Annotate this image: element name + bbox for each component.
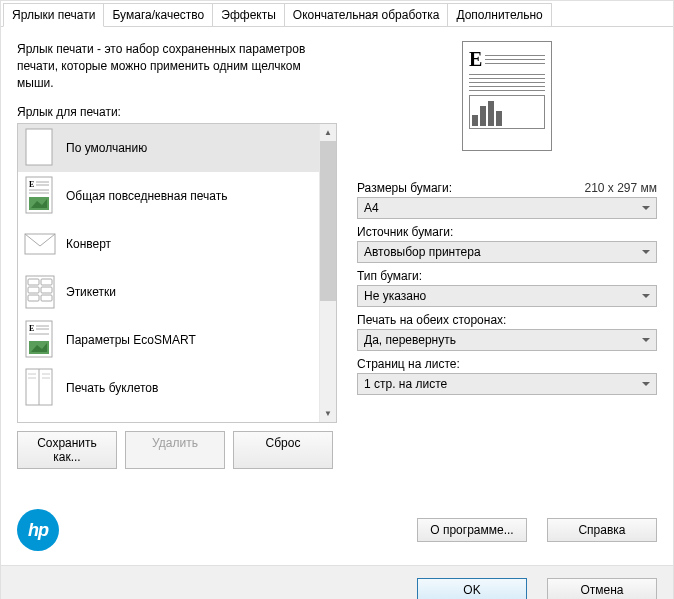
tab-strip: Ярлыки печати Бумага/качество Эффекты Ок… — [1, 1, 673, 27]
scrollbar[interactable]: ▲ ▼ — [319, 124, 336, 422]
page-document-icon: E — [24, 176, 56, 216]
save-as-button[interactable]: Сохранить как... — [17, 431, 117, 469]
duplex-select[interactable]: Да, перевернуть — [357, 329, 657, 351]
page-eco-icon: E — [24, 320, 56, 360]
svg-rect-0 — [26, 129, 52, 165]
list-item-label: По умолчанию — [66, 141, 147, 155]
list-item-label: Этикетки — [66, 285, 116, 299]
tab-shortcuts[interactable]: Ярлыки печати — [3, 3, 104, 27]
page-preview: E — [462, 41, 552, 151]
list-label: Ярлык для печати: — [17, 105, 337, 119]
svg-text:E: E — [29, 324, 34, 333]
booklet-icon — [24, 368, 56, 408]
about-button[interactable]: О программе... — [417, 518, 527, 542]
preview-chart-icon — [469, 95, 545, 129]
preview-e-icon: E — [469, 48, 482, 71]
print-properties-dialog: Ярлыки печати Бумага/качество Эффекты Ок… — [0, 0, 674, 599]
paper-source-select[interactable]: Автовыбор принтера — [357, 241, 657, 263]
delete-button: Удалить — [125, 431, 225, 469]
paper-type-select[interactable]: Не указано — [357, 285, 657, 307]
paper-type-label: Тип бумаги: — [357, 269, 422, 283]
list-item-label: Параметры EcoSMART — [66, 333, 196, 347]
tab-paper-quality[interactable]: Бумага/качество — [103, 3, 213, 26]
shortcut-buttons: Сохранить как... Удалить Сброс — [17, 431, 337, 469]
list-item-label: Печать буклетов — [66, 381, 158, 395]
tab-panel: Ярлык печати - это набор сохраненных пар… — [1, 27, 673, 479]
reset-button[interactable]: Сброс — [233, 431, 333, 469]
list-item-label: Общая повседневная печать — [66, 189, 227, 203]
pages-per-sheet-label: Страниц на листе: — [357, 357, 460, 371]
scroll-down-icon[interactable]: ▼ — [320, 405, 336, 422]
left-column: Ярлык печати - это набор сохраненных пар… — [17, 41, 337, 469]
paper-size-dimensions: 210 x 297 мм — [584, 181, 657, 195]
svg-text:E: E — [29, 180, 34, 189]
dialog-buttons: OK Отмена — [1, 565, 673, 599]
list-item-label: Конверт — [66, 237, 111, 251]
scroll-thumb[interactable] — [320, 141, 336, 301]
footer: hp О программе... Справка — [1, 479, 673, 565]
shortcuts-listbox[interactable]: По умолчанию E Общая повседневная печать… — [17, 123, 337, 423]
listbox-inner: По умолчанию E Общая повседневная печать… — [18, 124, 336, 422]
list-item-ecosmart[interactable]: E Параметры EcoSMART — [18, 316, 336, 364]
duplex-label: Печать на обеих сторонах: — [357, 313, 506, 327]
list-item-labels[interactable]: Этикетки — [18, 268, 336, 316]
tab-finishing[interactable]: Окончательная обработка — [284, 3, 449, 26]
envelope-icon — [24, 224, 56, 264]
right-column: E Размеры бумаги: 210 x 297 мм A4 — [357, 41, 657, 469]
list-item-booklet[interactable]: Печать буклетов — [18, 364, 336, 412]
labels-icon — [24, 272, 56, 312]
ok-button[interactable]: OK — [417, 578, 527, 599]
page-blank-icon — [24, 128, 56, 168]
hp-logo: hp — [17, 509, 59, 551]
list-item-everyday[interactable]: E Общая повседневная печать — [18, 172, 336, 220]
svg-rect-10 — [26, 276, 54, 308]
list-item-envelope[interactable]: Конверт — [18, 220, 336, 268]
paper-source-label: Источник бумаги: — [357, 225, 453, 239]
hp-logo-icon: hp — [17, 509, 59, 551]
tab-effects[interactable]: Эффекты — [212, 3, 285, 26]
paper-size-select[interactable]: A4 — [357, 197, 657, 219]
tab-advanced[interactable]: Дополнительно — [447, 3, 551, 26]
description-text: Ярлык печати - это набор сохраненных пар… — [17, 41, 337, 91]
help-button[interactable]: Справка — [547, 518, 657, 542]
list-item-default[interactable]: По умолчанию — [18, 124, 336, 172]
paper-size-label: Размеры бумаги: — [357, 181, 452, 195]
scroll-up-icon[interactable]: ▲ — [320, 124, 336, 141]
cancel-button[interactable]: Отмена — [547, 578, 657, 599]
pages-per-sheet-select[interactable]: 1 стр. на листе — [357, 373, 657, 395]
